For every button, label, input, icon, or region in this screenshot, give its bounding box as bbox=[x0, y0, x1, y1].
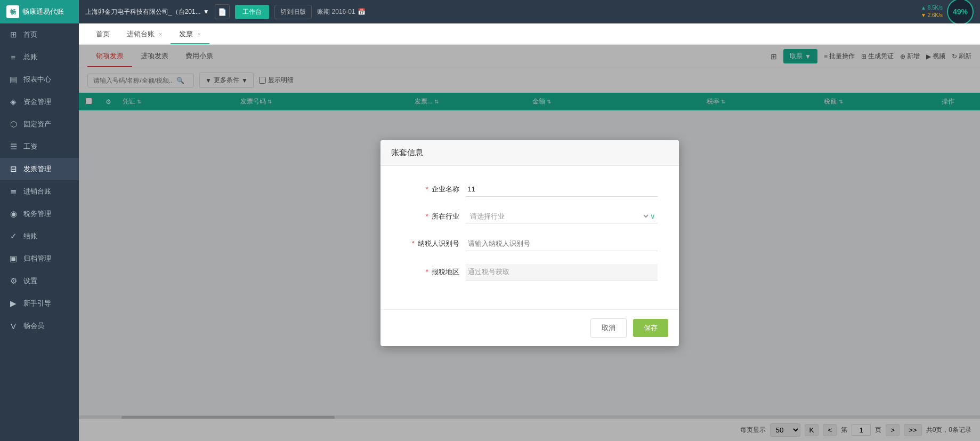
main-area: 上海卯金刀电子科技有限公司_（台201... ▼ 📄 工作台 切到旧版 账期 2… bbox=[79, 0, 980, 441]
sidebar-item-label: 畅会员 bbox=[23, 321, 44, 331]
tab-invoice-label: 发票 bbox=[179, 29, 193, 39]
sidebar-item-guide[interactable]: ▶ 新手引导 bbox=[0, 292, 79, 315]
sidebar-item-label: 资金管理 bbox=[23, 97, 51, 107]
tab-home[interactable]: 首页 bbox=[87, 25, 118, 44]
save-button[interactable]: 保存 bbox=[633, 319, 668, 337]
company-name-input[interactable] bbox=[466, 182, 658, 197]
sidebar-item-archive[interactable]: ▣ 归档管理 bbox=[0, 247, 79, 270]
funds-icon: ◈ bbox=[9, 97, 18, 107]
period-display: 账期 2016-01 📅 bbox=[317, 7, 366, 17]
tab-invoice-close[interactable]: × bbox=[197, 31, 200, 37]
tab-purchase[interactable]: 进销台账 × bbox=[118, 25, 171, 44]
logo-icon: 畅 bbox=[6, 5, 19, 18]
archive-icon: ▣ bbox=[9, 254, 18, 263]
period-value: 2016-01 bbox=[332, 8, 355, 15]
company-dropdown-icon[interactable]: ▼ bbox=[203, 8, 209, 15]
modal-footer: 取消 保存 bbox=[380, 309, 679, 346]
workbench-button[interactable]: 工作台 bbox=[235, 5, 269, 19]
sidebar-item-label: 首页 bbox=[23, 30, 37, 39]
topbar-right: ▲ 8.5K/s ▼ 2.6K/s 49% bbox=[921, 0, 974, 25]
ledger-icon: ≡ bbox=[9, 53, 18, 62]
tax-region-readonly: 通过税号获取 bbox=[466, 264, 658, 280]
sidebar-item-settle[interactable]: ✓ 结账 bbox=[0, 225, 79, 247]
assets-icon: ⬡ bbox=[9, 119, 18, 129]
modal-overlay: 账套信息 * 企业名称 * 所在行 bbox=[79, 45, 980, 441]
cancel-button[interactable]: 取消 bbox=[590, 318, 627, 338]
sidebar-item-tax[interactable]: ◉ 税务管理 bbox=[0, 203, 79, 225]
sidebar-item-label: 归档管理 bbox=[23, 254, 51, 263]
company-name-row: * 企业名称 bbox=[402, 182, 658, 197]
sidebar-item-label: 新手引导 bbox=[23, 299, 51, 308]
sidebar-item-ledger[interactable]: ≡ 总账 bbox=[0, 46, 79, 68]
required-mark: * bbox=[426, 185, 428, 193]
tab-bar: 首页 进销台账 × 发票 × bbox=[79, 23, 980, 45]
sidebar-item-label: 进销台账 bbox=[23, 187, 51, 196]
company-name: 上海卯金刀电子科技有限公司_（台201... bbox=[85, 7, 201, 17]
invoice-icon: ⊟ bbox=[9, 164, 18, 174]
sidebar-item-home[interactable]: ⊞ 首页 bbox=[0, 23, 79, 46]
period-label: 账期 bbox=[317, 7, 330, 17]
content-area: 销项发票 进项发票 费用小票 ⊞ 取票 ▼ ≡ 批量操作 bbox=[79, 45, 980, 441]
required-mark: * bbox=[412, 239, 415, 247]
sidebar-item-member[interactable]: V 畅会员 bbox=[0, 315, 79, 337]
company-name-label: * 企业名称 bbox=[402, 185, 466, 194]
member-icon: V bbox=[9, 322, 18, 331]
sidebar-item-assets[interactable]: ⬡ 固定资产 bbox=[0, 113, 79, 135]
purchase-icon: ≣ bbox=[9, 187, 18, 196]
topbar: 上海卯金刀电子科技有限公司_（台201... ▼ 📄 工作台 切到旧版 账期 2… bbox=[79, 0, 980, 23]
sidebar-item-label: 结账 bbox=[23, 231, 37, 241]
sidebar-item-payroll[interactable]: ☰ 工资 bbox=[0, 135, 79, 158]
sidebar-item-label: 发票管理 bbox=[23, 164, 51, 174]
required-mark: * bbox=[426, 212, 428, 220]
sidebar: 畅 畅康通易代账 ⊞ 首页 ≡ 总账 ▤ 报表中心 ◈ 资金管理 ⬡ 固定资产 … bbox=[0, 0, 79, 441]
sidebar-item-label: 固定资产 bbox=[23, 119, 51, 129]
tax-icon: ◉ bbox=[9, 209, 18, 219]
sidebar-item-funds[interactable]: ◈ 资金管理 bbox=[0, 91, 79, 113]
industry-label: * 所在行业 bbox=[402, 212, 466, 221]
industry-dropdown-icon: ∨ bbox=[650, 212, 655, 220]
industry-select[interactable]: 请选择行业 bbox=[468, 212, 650, 221]
tax-id-row: * 纳税人识别号 bbox=[402, 236, 658, 251]
sidebar-item-label: 总账 bbox=[23, 52, 37, 62]
account-info-modal: 账套信息 * 企业名称 * 所在行 bbox=[380, 140, 679, 346]
modal-header: 账套信息 bbox=[380, 140, 679, 166]
reports-icon: ▤ bbox=[9, 75, 18, 84]
sidebar-item-purchase[interactable]: ≣ 进销台账 bbox=[0, 180, 79, 203]
speed-info: ▲ 8.5K/s ▼ 2.6K/s bbox=[921, 4, 943, 19]
sidebar-item-label: 工资 bbox=[23, 142, 37, 151]
tab-invoice[interactable]: 发票 × bbox=[171, 25, 209, 44]
sidebar-item-label: 税务管理 bbox=[23, 209, 51, 219]
tax-id-input[interactable] bbox=[466, 236, 658, 251]
settle-icon: ✓ bbox=[9, 231, 18, 241]
tab-purchase-label: 进销台账 bbox=[127, 29, 155, 39]
tab-home-label: 首页 bbox=[96, 29, 110, 39]
sidebar-item-invoice[interactable]: ⊟ 发票管理 bbox=[0, 158, 79, 180]
logo-text: 畅康通易代账 bbox=[22, 7, 64, 17]
modal-body: * 企业名称 * 所在行业 请选择行业 bbox=[380, 166, 679, 309]
payroll-icon: ☰ bbox=[9, 142, 18, 151]
modal-title: 账套信息 bbox=[391, 148, 423, 157]
speed-down: ▼ 2.6K/s bbox=[921, 12, 943, 19]
speed-up: ▲ 8.5K/s bbox=[921, 4, 943, 12]
tax-region-label: * 报税地区 bbox=[402, 267, 466, 277]
sidebar-item-reports[interactable]: ▤ 报表中心 bbox=[0, 68, 79, 91]
home-icon: ⊞ bbox=[9, 30, 18, 39]
settings-icon: ⚙ bbox=[9, 276, 18, 286]
speed-percent: 49% bbox=[953, 7, 968, 16]
calendar-icon[interactable]: 📅 bbox=[358, 8, 366, 15]
old-version-button[interactable]: 切到旧版 bbox=[274, 5, 312, 19]
sidebar-item-label: 设置 bbox=[23, 276, 37, 286]
company-selector[interactable]: 上海卯金刀电子科技有限公司_（台201... ▼ bbox=[85, 7, 209, 17]
required-mark: * bbox=[426, 268, 428, 276]
industry-select-wrapper[interactable]: 请选择行业 ∨ bbox=[466, 210, 658, 223]
tax-id-label: * 纳税人识别号 bbox=[402, 239, 466, 248]
doc-icon[interactable]: 📄 bbox=[215, 4, 230, 19]
sidebar-item-settings[interactable]: ⚙ 设置 bbox=[0, 270, 79, 292]
speed-indicator: 49% bbox=[947, 0, 974, 25]
tax-region-row: * 报税地区 通过税号获取 bbox=[402, 264, 658, 280]
industry-row: * 所在行业 请选择行业 ∨ bbox=[402, 210, 658, 223]
tab-purchase-close[interactable]: × bbox=[159, 31, 162, 37]
guide-icon: ▶ bbox=[9, 299, 18, 308]
sidebar-logo: 畅 畅康通易代账 bbox=[0, 0, 79, 23]
sidebar-item-label: 报表中心 bbox=[23, 75, 51, 84]
